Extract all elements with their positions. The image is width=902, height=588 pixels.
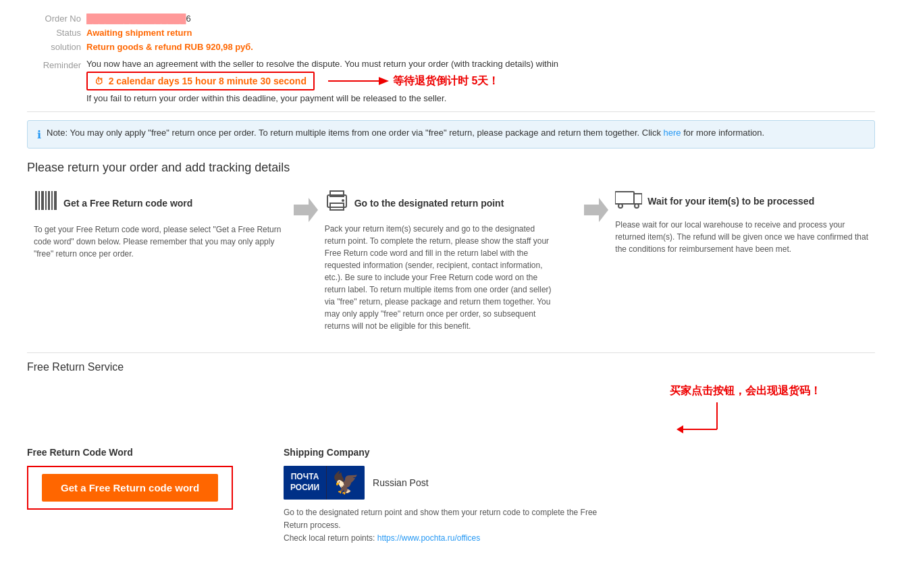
reminder-label: Reminder	[27, 60, 81, 70]
step-1: Get a Free Return code word To get your …	[27, 188, 294, 260]
svg-marker-14	[584, 198, 608, 222]
svg-point-17	[618, 204, 622, 208]
svg-rect-15	[615, 192, 634, 204]
step-1-header: Get a Free Return code word	[34, 188, 287, 218]
step-2-desc: Pack your return item(s) securely and go…	[325, 223, 554, 332]
info-text: Note: You may only apply "free" return o…	[47, 128, 764, 138]
order-no-row: Order No ████████████████6	[27, 14, 875, 24]
section-title: Please return your order and add trackin…	[27, 161, 875, 175]
shipping-desc: Go to the designated return point and sh…	[284, 506, 621, 545]
order-info: Order No ████████████████6 Status Awaiti…	[27, 14, 875, 52]
free-return-title: Free Return Service	[27, 361, 875, 373]
step-1-desc: To get your Free Return code word, pleas…	[34, 223, 287, 260]
free-return-code-word-label: Free Return Code Word	[27, 447, 243, 458]
divider-1	[27, 111, 875, 112]
shipping-company-label: Shipping Company	[284, 447, 621, 458]
solution-label: solution	[27, 42, 81, 52]
annotation-row: 买家点击按钮，会出现退货码！	[27, 384, 875, 443]
svg-rect-3	[38, 191, 40, 210]
info-icon: ℹ	[37, 128, 41, 141]
company-name: Russian Post	[373, 477, 428, 488]
pochta-eagle-box: 🦅	[326, 466, 365, 500]
print-icon	[325, 188, 349, 217]
svg-rect-2	[35, 191, 37, 210]
info-box: ℹ Note: You may only apply "free" return…	[27, 120, 875, 149]
btn-wrapper: Get a Free Return code word	[27, 466, 233, 510]
solution-value: Return goods & refund RUB 920,98 руб.	[86, 42, 253, 52]
pochta-text-1: ПОЧТА	[291, 472, 319, 483]
svg-marker-9	[294, 198, 318, 222]
divider-2	[27, 352, 875, 353]
free-return-right: Shipping Company ПОЧТА РОСИИ 🦅 Russian P…	[284, 447, 621, 545]
countdown-icon: ⏱	[95, 76, 103, 86]
barcode-icon	[34, 188, 58, 218]
step-3: Wait for your item(s) to be processed Pl…	[608, 188, 875, 255]
step-2-title: Go to the designated return point	[354, 198, 504, 209]
page-container: Order No ████████████████6 Status Awaiti…	[0, 0, 902, 559]
countdown-box: ⏱ 2 calendar days 15 hour 8 minute 30 se…	[86, 72, 315, 90]
status-label: Status	[27, 28, 81, 38]
pochta-text-2: РОСИИ	[290, 483, 319, 493]
svg-point-18	[635, 204, 639, 208]
free-return-body: Free Return Code Word Get a Free Return …	[27, 447, 875, 545]
svg-rect-5	[45, 191, 47, 210]
truck-icon	[615, 188, 642, 213]
reminder-row: Reminder You now have an agreement with …	[27, 59, 875, 103]
svg-marker-16	[634, 194, 642, 204]
step-3-title: Wait for your item(s) to be processed	[647, 196, 814, 207]
reminder-content: You now have an agreement with the selle…	[86, 59, 875, 103]
pochta-logo: ПОЧТА РОСИИ 🦅	[284, 466, 365, 500]
step-2: Go to the designated return point Pack y…	[318, 188, 585, 332]
pochta-eagle-icon: 🦅	[332, 470, 359, 496]
step-arrow-2	[584, 188, 608, 222]
arrow-right-icon	[328, 73, 389, 89]
order-no-value: ████████████████6	[86, 14, 191, 24]
svg-rect-6	[48, 191, 50, 210]
shipping-company-box: ПОЧТА РОСИИ 🦅 Russian Post	[284, 466, 621, 500]
chinese-annotation-2: 买家点击按钮，会出现退货码！	[670, 384, 821, 398]
step-2-header: Go to the designated return point	[325, 188, 578, 217]
get-free-return-button[interactable]: Get a Free Return code word	[42, 474, 218, 502]
svg-rect-7	[51, 191, 53, 210]
svg-point-13	[342, 199, 344, 202]
svg-marker-1	[379, 77, 389, 85]
steps-row: Get a Free Return code word To get your …	[27, 188, 875, 332]
order-no-label: Order No	[27, 14, 81, 24]
svg-rect-8	[54, 191, 57, 210]
free-return-section: Free Return Service 买家点击按钮，会出现退货码！ Free …	[27, 361, 875, 545]
free-return-left: Free Return Code Word Get a Free Return …	[27, 447, 243, 510]
svg-rect-4	[41, 191, 44, 210]
step-arrow-1	[294, 188, 318, 222]
step-3-desc: Please wait for our local warehouse to r…	[615, 219, 868, 255]
info-link[interactable]: here	[664, 128, 681, 138]
status-row: Status Awaiting shipment return	[27, 28, 875, 38]
pochta-link[interactable]: https://www.pochta.ru/offices	[377, 533, 481, 543]
solution-row: solution Return goods & refund RUB 920,9…	[27, 42, 875, 52]
svg-marker-21	[676, 425, 683, 433]
status-value: Awaiting shipment return	[86, 28, 192, 38]
arrow-down-left-icon	[676, 402, 758, 443]
step-3-header: Wait for your item(s) to be processed	[615, 188, 868, 213]
step-1-title: Get a Free Return code word	[63, 198, 192, 209]
chinese-annotation-1: 等待退货倒计时 5天！	[393, 74, 499, 88]
